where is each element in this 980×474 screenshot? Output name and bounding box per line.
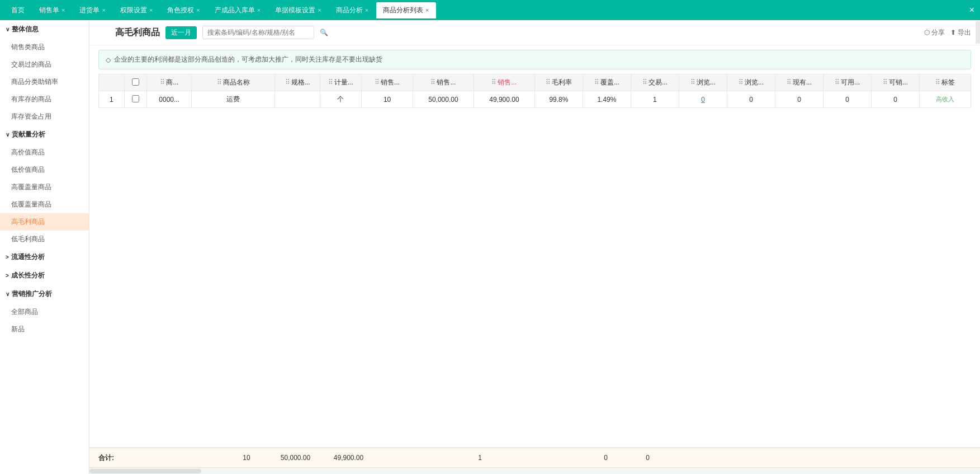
main-layout: ∨ 整体信息 销售类商品 交易过的商品 商品分类助销率 有库存的商品 库存资金占… bbox=[0, 20, 980, 474]
horizontal-scrollbar[interactable] bbox=[89, 467, 980, 474]
footer-blank2 bbox=[375, 454, 417, 462]
nav-tab-template[interactable]: 单据模板设置 × bbox=[268, 2, 328, 18]
arrow-down-icon: ∨ bbox=[6, 26, 10, 32]
col-resize-icon: ⠿ bbox=[738, 78, 744, 86]
page-title: 高毛利商品 bbox=[115, 27, 160, 39]
col-sales-amount[interactable]: ⠿销售... bbox=[413, 74, 474, 91]
footer-stock-available: 0 bbox=[627, 454, 669, 462]
select-all-checkbox[interactable] bbox=[132, 78, 139, 86]
col-sales-profit[interactable]: ⠿销售... bbox=[474, 74, 534, 91]
col-resize-icon: ⠿ bbox=[546, 78, 551, 86]
sidebar-toggle-button[interactable]: 《 bbox=[976, 21, 980, 44]
sidebar-item-low-margin[interactable]: 低毛利商品 bbox=[0, 231, 89, 248]
col-resize-icon: ⠿ bbox=[375, 78, 380, 86]
close-icon[interactable]: × bbox=[61, 7, 65, 13]
scrollbar-thumb[interactable] bbox=[89, 469, 201, 473]
footer-sales-profit: 49,900.00 bbox=[322, 454, 375, 462]
info-icon: ◇ bbox=[106, 56, 111, 64]
cell-stock-saleable: 0 bbox=[872, 91, 920, 108]
col-stock-current[interactable]: ⠿现有... bbox=[775, 74, 823, 91]
table-row: 1 0000... 运费 个 10 50,000.00 49,900.00 99… bbox=[99, 91, 971, 108]
cell-sales-qty: 10 bbox=[362, 91, 413, 108]
sidebar-group-growth[interactable]: > 成长性分析 bbox=[0, 266, 89, 285]
sidebar-item-all-goods[interactable]: 全部商品 bbox=[0, 303, 89, 321]
sidebar-item-new-goods[interactable]: 新品 bbox=[0, 321, 89, 338]
col-name[interactable]: ⠿商品名称 bbox=[192, 74, 275, 91]
close-icon[interactable]: × bbox=[318, 7, 321, 13]
close-icon[interactable]: × bbox=[257, 7, 261, 13]
share-button[interactable]: ⬡ 分享 bbox=[924, 28, 945, 37]
sidebar-item-high-margin[interactable]: 高毛利商品 bbox=[0, 213, 89, 231]
cell-index: 1 bbox=[99, 91, 125, 108]
col-resize-icon: ⠿ bbox=[217, 78, 222, 86]
nav-tab-role[interactable]: 角色授权 × bbox=[160, 2, 206, 18]
sidebar-item-low-value[interactable]: 低价值商品 bbox=[0, 161, 89, 179]
cell-transactions: 1 bbox=[631, 91, 679, 108]
sidebar-item-stock-funds[interactable]: 库存资金占用 bbox=[0, 108, 89, 125]
filter-recent-month-button[interactable]: 近一月 bbox=[165, 26, 197, 39]
nav-tab-home[interactable]: 首页 bbox=[4, 2, 31, 18]
col-resize-icon: ⠿ bbox=[160, 78, 165, 86]
data-table: ⠿商... ⠿商品名称 ⠿规格... ⠿计量... ⠿销售... ⠿销售... … bbox=[98, 74, 971, 108]
search-input[interactable] bbox=[202, 26, 314, 39]
nav-tab-permission[interactable]: 权限设置 × bbox=[113, 2, 159, 18]
col-spec[interactable]: ⠿规格... bbox=[275, 74, 320, 91]
col-tag[interactable]: ⠿标签 bbox=[920, 74, 971, 91]
sidebar-item-high-value[interactable]: 高价值商品 bbox=[0, 144, 89, 161]
arrow-right-icon: > bbox=[6, 273, 9, 279]
footer-blank5 bbox=[543, 454, 585, 462]
close-icon[interactable]: × bbox=[196, 7, 200, 13]
nav-tab-analysis[interactable]: 商品分析 × bbox=[329, 2, 375, 18]
close-icon[interactable]: × bbox=[425, 7, 429, 13]
close-icon[interactable]: × bbox=[365, 7, 368, 13]
sidebar-group-liquidity[interactable]: > 流通性分析 bbox=[0, 248, 89, 266]
col-resize-icon: ⠿ bbox=[285, 78, 290, 86]
col-stock-available[interactable]: ⠿可用... bbox=[823, 74, 872, 91]
sidebar-item-high-coverage[interactable]: 高覆盖量商品 bbox=[0, 179, 89, 196]
col-views2[interactable]: ⠿浏览... bbox=[727, 74, 775, 91]
close-icon[interactable]: × bbox=[149, 7, 153, 13]
col-resize-icon: ⠿ bbox=[690, 78, 695, 86]
content-area: 《 高毛利商品 近一月 🔍 ⬡ 分享 ⬆ 导出 ◇ 企业的主要的利润都是这部分商… bbox=[89, 20, 980, 474]
sidebar-item-traded-goods[interactable]: 交易过的商品 bbox=[0, 56, 89, 73]
col-coverage[interactable]: ⠿覆盖... bbox=[583, 74, 631, 91]
col-check[interactable] bbox=[124, 74, 146, 91]
sidebar-item-sales-goods[interactable]: 销售类商品 bbox=[0, 39, 89, 56]
close-icon[interactable]: × bbox=[102, 7, 105, 13]
footer-sales-amount: 50,000.00 bbox=[269, 454, 322, 462]
nav-tab-sales[interactable]: 销售单 × bbox=[32, 2, 72, 18]
row-checkbox[interactable] bbox=[132, 95, 139, 102]
content-header: 《 高毛利商品 近一月 🔍 ⬡ 分享 ⬆ 导出 bbox=[89, 20, 980, 45]
footer-sales-qty: 10 bbox=[224, 454, 269, 462]
col-transactions[interactable]: ⠿交易... bbox=[631, 74, 679, 91]
sidebar-item-low-coverage[interactable]: 低覆盖量商品 bbox=[0, 196, 89, 213]
sidebar-item-in-stock[interactable]: 有库存的商品 bbox=[0, 91, 89, 108]
nav-tab-analysis-list[interactable]: 商品分析列表 × bbox=[376, 2, 435, 18]
col-resize-icon: ⠿ bbox=[787, 78, 792, 86]
col-resize-icon: ⠿ bbox=[328, 78, 333, 86]
sidebar-item-category-rate[interactable]: 商品分类助销率 bbox=[0, 73, 89, 91]
col-resize-icon: ⠿ bbox=[835, 78, 840, 86]
col-views1[interactable]: ⠿浏览... bbox=[679, 74, 727, 91]
col-code[interactable]: ⠿商... bbox=[147, 74, 192, 91]
cell-spec bbox=[275, 91, 320, 108]
nav-tab-product-in[interactable]: 产成品入库单 × bbox=[208, 2, 267, 18]
search-icon[interactable]: 🔍 bbox=[320, 29, 328, 36]
sidebar-group-marketing[interactable]: ∨ 营销推广分析 bbox=[0, 285, 89, 303]
footer-transactions: 1 bbox=[459, 454, 501, 462]
export-button[interactable]: ⬆ 导出 bbox=[950, 28, 971, 37]
col-stock-saleable[interactable]: ⠿可销... bbox=[872, 74, 920, 91]
cell-sales-amount: 50,000.00 bbox=[413, 91, 474, 108]
col-sales-qty[interactable]: ⠿销售... bbox=[362, 74, 413, 91]
table-footer: 合计: 10 50,000.00 49,900.00 1 0 0 bbox=[89, 447, 980, 467]
footer-blank4 bbox=[501, 454, 543, 462]
sidebar-group-contribution[interactable]: ∨ 贡献量分析 bbox=[0, 125, 89, 144]
sidebar-group-overall[interactable]: ∨ 整体信息 bbox=[0, 20, 89, 39]
cell-check[interactable] bbox=[124, 91, 146, 108]
footer-blank3 bbox=[417, 454, 459, 462]
window-close-button[interactable]: × bbox=[969, 5, 974, 15]
cell-views1[interactable]: 0 bbox=[679, 91, 727, 108]
col-unit[interactable]: ⠿计量... bbox=[320, 74, 362, 91]
nav-tab-purchase[interactable]: 进货单 × bbox=[73, 2, 112, 18]
col-gross-margin[interactable]: ⠿毛利率 bbox=[534, 74, 583, 91]
